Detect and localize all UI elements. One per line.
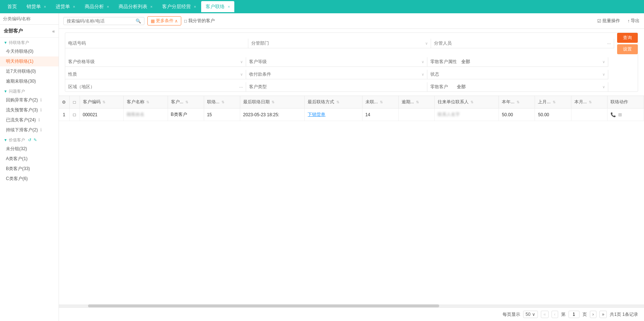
edit-value-group-icon[interactable]: ✎ <box>34 138 37 142</box>
close-customer-layered-icon[interactable]: × <box>194 4 196 9</box>
col-contact-person[interactable]: 往来单位联系人 ⇅ <box>434 96 498 108</box>
row-name-blurred: 顾客姓名 <box>127 112 144 117</box>
more-conditions-btn[interactable]: ▦ 更多条件 ∧ <box>147 16 181 25</box>
gear-icon[interactable]: ⚙ <box>62 100 66 105</box>
export-btn[interactable]: ↑ 导出 <box>627 18 640 24</box>
retail-attr-chevron-icon[interactable]: ∨ <box>602 60 605 64</box>
nav-customer-contact[interactable]: 客户联络 × <box>201 1 234 12</box>
sidebar-search-input[interactable] <box>3 16 58 21</box>
phone-input[interactable] <box>93 41 245 46</box>
close-customer-contact-icon[interactable]: × <box>228 4 230 9</box>
status-chevron-icon[interactable]: ∨ <box>602 72 605 76</box>
group-problem-label: 问题客户 <box>9 89 25 94</box>
retail-value: 全部 <box>457 84 466 90</box>
row-contact-person: 联系人名字 <box>434 108 498 121</box>
my-customers-checkbox[interactable]: □ 我分管的客户 <box>184 18 215 24</box>
more-action-icon[interactable]: ⊞ <box>618 112 622 117</box>
page-input[interactable] <box>568 311 580 318</box>
sort-overdue-icon: ⇅ <box>416 100 419 104</box>
sort-type-icon: ⇅ <box>185 100 188 104</box>
payment-chevron-icon[interactable]: ∨ <box>421 72 424 76</box>
row-last-contact-method[interactable]: 下销货单 <box>305 108 362 121</box>
row-not-contacted: 14 <box>362 108 398 121</box>
col-customer-name[interactable]: 客户名称 ⇅ <box>124 96 168 108</box>
nav-purchase-order[interactable]: 进货单 × <box>51 1 80 12</box>
sort-year-icon: ⇅ <box>517 100 519 104</box>
row-name: 顾客姓名 <box>124 108 168 121</box>
nav-sales-order[interactable]: 销货单 × <box>22 1 50 12</box>
nature-chevron-icon[interactable]: ∨ <box>240 72 243 76</box>
close-sales-order-icon[interactable]: × <box>44 4 46 9</box>
export-icon: ↑ <box>627 18 630 24</box>
group-pending-label: 待联络客户 <box>9 40 29 45</box>
value-level-chevron-icon[interactable]: ∨ <box>240 60 243 64</box>
query-btn[interactable]: 查询 <box>617 33 638 43</box>
search-input[interactable] <box>67 18 134 24</box>
action-icons: 📞 ⊞ <box>610 112 641 117</box>
sidebar-item-overdue-contact[interactable]: 逾期未联络(30) <box>0 76 59 86</box>
col-gear: ⚙ <box>59 96 69 108</box>
page-size-select[interactable]: 50 ∨ <box>523 311 538 318</box>
sidebar-item-repurchase-abnormal[interactable]: 回购异常客户(2) ℹ <box>0 95 59 105</box>
row-checkbox[interactable]: □ <box>69 108 80 121</box>
filter-phone: 电话号码 <box>65 39 248 48</box>
nav-home[interactable]: 首页 <box>3 1 21 12</box>
close-product-analysis-icon[interactable]: × <box>107 4 109 9</box>
sidebar-all-customers[interactable]: 全部客户 « <box>0 25 59 38</box>
retail-chevron-icon[interactable]: ∨ <box>602 85 605 89</box>
col-this-year[interactable]: 本年... ⇅ <box>499 96 535 108</box>
scrollbar-thumb[interactable] <box>88 304 439 307</box>
sidebar-item-ungrouped[interactable]: 未分组(32) <box>0 144 59 154</box>
sidebar-group-pending: ▼ 待联络客户 <box>0 38 59 46</box>
sidebar-item-c-class[interactable]: C类客户(6) <box>0 174 59 184</box>
sidebar-group-problem: ▼ 问题客户 <box>0 86 59 95</box>
sidebar-item-lost[interactable]: 已流失客户(24) ℹ <box>0 115 59 125</box>
col-last-contact-date[interactable]: 最后联络日期 ⇅ <box>240 96 305 108</box>
page-label: 第 <box>561 311 566 318</box>
collapse-icon[interactable]: « <box>52 28 55 34</box>
col-last-contact-method[interactable]: 最后联络方式 ⇅ <box>305 96 362 108</box>
first-page-btn[interactable]: « <box>541 311 549 318</box>
area-more-icon[interactable]: ··· <box>239 84 243 90</box>
search-icon[interactable]: 🔍 <box>136 18 141 24</box>
col-last-month[interactable]: 上月... ⇅ <box>535 96 571 108</box>
prev-page-btn[interactable]: ‹ <box>552 311 558 318</box>
page-size-chevron-icon[interactable]: ∨ <box>532 312 535 317</box>
nav-product-analysis[interactable]: 商品分析 × <box>80 1 113 12</box>
col-not-contacted[interactable]: 未联... ⇅ <box>362 96 398 108</box>
payment-label: 收付款条件 <box>249 71 271 77</box>
filter-person: 分管人员 ··· <box>431 39 614 48</box>
retail-label: 零散客户 <box>430 84 452 90</box>
main-layout: 🔍 全部客户 « ▼ 待联络客户 今天待联络(0) 明天待联络(1) 近7天待联… <box>0 13 644 321</box>
info-icon-1: ℹ <box>40 97 42 103</box>
nav-product-analysis-list[interactable]: 商品分析列表 × <box>114 1 157 12</box>
sidebar-item-loss-warning[interactable]: 流失预警客户(3) ℹ <box>0 105 59 115</box>
nav-customer-layered[interactable]: 客户分层经营 × <box>158 1 200 12</box>
customer-level-chevron-icon[interactable]: ∨ <box>421 60 424 64</box>
person-more-icon[interactable]: ··· <box>607 41 611 46</box>
dept-chevron-icon[interactable]: ∨ <box>425 41 428 45</box>
phone-action-icon[interactable]: 📞 <box>610 112 616 117</box>
col-customer-code[interactable]: 客户编码 ⇅ <box>80 96 124 108</box>
row-checkbox-icon[interactable]: □ <box>73 112 76 117</box>
col-overdue[interactable]: 逾期... ⇅ <box>398 96 434 108</box>
sidebar-item-tomorrow-contact[interactable]: 明天待联络(1) <box>0 56 59 66</box>
horizontal-scrollbar[interactable] <box>59 304 644 307</box>
col-this-month[interactable]: 本月... ⇅ <box>571 96 607 108</box>
select-all-checkbox[interactable]: □ <box>73 100 76 105</box>
sidebar-item-declining[interactable]: 持续下滑客户(2) ℹ <box>0 125 59 135</box>
sidebar-item-b-class[interactable]: B类客户(33) <box>0 164 59 174</box>
sidebar-item-today-contact[interactable]: 今天待联络(0) <box>0 46 59 56</box>
settings-btn[interactable]: 设置 <box>617 44 638 54</box>
page-unit: 页 <box>582 311 587 318</box>
last-page-btn[interactable]: » <box>599 311 607 318</box>
close-product-analysis-list-icon[interactable]: × <box>150 4 153 9</box>
bulk-ops-btn[interactable]: ☑ 批量操作 <box>597 18 620 24</box>
col-customer-type[interactable]: 客户... ⇅ <box>168 96 204 108</box>
close-purchase-order-icon[interactable]: × <box>73 4 75 9</box>
refresh-icon[interactable]: ↺ <box>28 138 31 142</box>
next-page-btn[interactable]: › <box>590 311 596 318</box>
sidebar-item-a-class[interactable]: A类客户(1) <box>0 154 59 164</box>
col-contact-count[interactable]: 联络... ⇅ <box>204 96 240 108</box>
sidebar-item-week-contact[interactable]: 近7天待联络(0) <box>0 66 59 76</box>
